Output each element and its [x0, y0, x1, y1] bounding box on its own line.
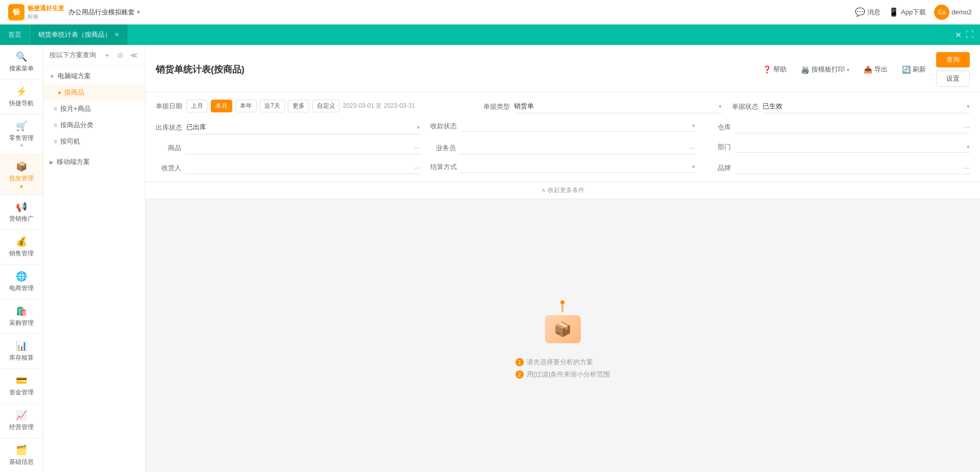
month-product-label: 按月+商品	[60, 104, 91, 113]
tree-item-by-category[interactable]: ≡ 按商品分类	[43, 117, 145, 133]
avatar: Ea	[934, 5, 949, 20]
sidebar-item-search[interactable]: 🔍 搜索菜单	[0, 45, 43, 80]
settings-button[interactable]: 设置	[936, 70, 970, 87]
filter-row-2: 出库状态 已出库 ▾ 收款状态 ▾ 仓库	[156, 121, 970, 134]
payment-label: 结算方式	[430, 162, 457, 172]
tab-report[interactable]: 销货单统计表（按商品） ✕	[30, 25, 128, 45]
receipt-status-arrow: ▾	[692, 123, 695, 129]
sidebar-base-label: 基础信息	[9, 458, 34, 466]
department-control[interactable]: ▾	[735, 141, 970, 153]
sidebar-item-retail[interactable]: 🛒 零售管理 ▾	[0, 114, 43, 155]
help-label: 帮助	[773, 65, 787, 74]
header-right: 💬 消息 📱 App下载 Ea demo2	[855, 5, 972, 20]
doc-type-control[interactable]: 销货单 ▾	[514, 100, 722, 113]
export-label: 导出	[874, 65, 888, 74]
date-btn-last-month[interactable]: 上月	[186, 100, 208, 112]
tab-home[interactable]: 首页	[0, 25, 30, 45]
out-status-label: 出库状态	[156, 123, 182, 132]
print-button[interactable]: 🖨️ 按模板打印 ▾	[797, 63, 853, 76]
salesperson-dots[interactable]: ···	[689, 144, 695, 152]
help-icon: ❓	[763, 65, 771, 74]
month-product-icon: ≡	[54, 105, 57, 112]
receiver-control[interactable]: ···	[185, 161, 420, 174]
sidebar-item-stock[interactable]: 📊 库存核算	[0, 334, 43, 369]
collapse-panel-button[interactable]: ≪	[129, 50, 139, 60]
warehouse-control[interactable]: ···	[735, 121, 970, 133]
wholesale-arrow: ▲	[19, 183, 24, 188]
tab-report-label: 销货单统计表（按商品）	[38, 30, 111, 39]
export-button[interactable]: 📤 导出	[860, 63, 892, 76]
query-button[interactable]: 查询	[936, 52, 970, 67]
help-button[interactable]: ❓ 帮助	[758, 63, 791, 76]
receipt-status-control[interactable]: ▾	[461, 121, 695, 132]
salesperson-control[interactable]: ···	[460, 141, 695, 154]
desktop-group-label: 电脑端方案	[58, 72, 91, 81]
tree-item-by-cashier[interactable]: ≡ 按司机	[43, 133, 145, 150]
category-icon: ≡	[54, 122, 57, 129]
base-icon: 🗂️	[16, 444, 27, 456]
app-download-button[interactable]: 📱 App下载	[889, 7, 926, 17]
collapse-bar[interactable]: ∧ 收起更多条件	[145, 182, 980, 199]
breadcrumb: 办公用品行业模拟账套 ▾	[68, 8, 140, 17]
breadcrumb-arrow[interactable]: ▾	[137, 8, 140, 16]
out-status-value: 已出库	[186, 123, 415, 132]
step-2-num: 2	[516, 370, 524, 379]
department-arrow: ▾	[967, 144, 970, 150]
doc-status-arrow: ▾	[967, 103, 970, 110]
retail-arrow: ▾	[20, 143, 23, 148]
sidebar-marketing-label: 营销推广	[9, 215, 34, 223]
empty-step-1: 1 请先选择要分析的方案	[516, 358, 610, 367]
sidebar-item-marketing[interactable]: 📢 营销推广	[0, 195, 43, 230]
filter-doc-status: 单据状态 已生效 ▾	[732, 100, 970, 113]
sidebar-item-sales[interactable]: 💰 销售管理	[0, 230, 43, 265]
message-button[interactable]: 💬 消息	[855, 7, 880, 17]
date-btn-7days[interactable]: 近7天	[260, 100, 285, 112]
sidebar-item-finance[interactable]: 💳 资金管理	[0, 369, 43, 404]
product-dots[interactable]: ···	[414, 144, 421, 152]
sidebar-item-ops[interactable]: 📈 经营管理	[0, 404, 43, 438]
by-product-label: 按商品	[64, 88, 84, 97]
warehouse-dots[interactable]: ···	[964, 123, 970, 131]
date-btn-custom[interactable]: 自定义	[312, 100, 340, 112]
user-name: demo2	[951, 8, 972, 16]
breadcrumb-text: 办公用品行业模拟账套	[68, 8, 135, 17]
user-menu[interactable]: Ea demo2	[934, 5, 972, 20]
tab-maximize-icon[interactable]: ⛶	[966, 30, 974, 39]
product-control[interactable]: ···	[185, 141, 420, 154]
refresh-label: 刷新	[913, 65, 926, 74]
filter-row-1: 单据日期 上月 本月 本年 近7天 更多 自定义 2023-03-01 至 20…	[156, 100, 970, 113]
brand-control[interactable]: ···	[735, 161, 970, 174]
payment-arrow: ▾	[692, 163, 695, 170]
sidebar-item-ecom[interactable]: 🌐 电商管理	[0, 265, 43, 299]
date-btn-this-year[interactable]: 本年	[235, 100, 257, 112]
left-panel: 按以下方案查询 + ⊙ ≪ ▼ 电脑端方案 ● 按商品	[43, 45, 145, 472]
sidebar-item-purchase[interactable]: 🛍️ 采购管理	[0, 299, 43, 334]
settings-scheme-button[interactable]: ⊙	[115, 50, 126, 60]
filter-row-4: 收货人 ··· 结算方式 ▾ 品牌	[156, 161, 970, 174]
doc-status-control[interactable]: 已生效 ▾	[763, 100, 970, 113]
receiver-dots[interactable]: ···	[414, 163, 421, 172]
tab-minimize-icon[interactable]: ✕	[955, 30, 962, 40]
doc-type-arrow: ▾	[719, 103, 722, 110]
filter-row-3: 商品 ··· 业务员 ··· 部门	[156, 141, 970, 154]
tree-group-desktop-header[interactable]: ▼ 电脑端方案	[43, 68, 145, 84]
payment-control[interactable]: ▾	[461, 161, 695, 173]
brand-dots[interactable]: ···	[964, 163, 970, 172]
sidebar-item-wholesale[interactable]: 📦 批发管理 ▲	[0, 155, 43, 195]
empty-illustration: 📦	[532, 292, 594, 353]
tab-close-icon[interactable]: ✕	[114, 31, 119, 38]
antenna	[561, 302, 564, 313]
empty-step-2: 2 用[过滤]条件来缩小分析范围	[516, 370, 610, 379]
tree-item-by-month-product[interactable]: ≡ 按月+商品	[43, 101, 145, 117]
filter-brand: 品牌 ···	[705, 161, 970, 174]
out-status-control[interactable]: 已出库 ▾	[186, 121, 420, 134]
tree-group-mobile-header[interactable]: ▶ 移动端方案	[43, 154, 145, 170]
tree-item-by-product[interactable]: ● 按商品	[43, 84, 145, 101]
date-btn-more[interactable]: 更多	[288, 100, 309, 112]
date-btn-this-month[interactable]: 本月	[211, 100, 232, 112]
download-icon: 📱	[889, 7, 899, 17]
sidebar-item-quicknav[interactable]: ⚡ 快捷导航	[0, 80, 43, 114]
sidebar-item-base[interactable]: 🗂️ 基础信息	[0, 438, 43, 472]
add-scheme-button[interactable]: +	[102, 50, 112, 60]
refresh-button[interactable]: 🔄 刷新	[898, 63, 930, 76]
